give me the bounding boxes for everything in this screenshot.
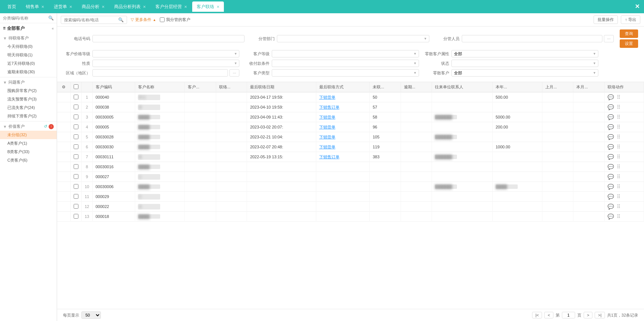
row-checkbox[interactable]	[74, 144, 78, 149]
row-checkbox[interactable]	[74, 124, 78, 129]
row-gear[interactable]	[57, 212, 70, 222]
sparse-customer-select[interactable]: 全部	[451, 69, 598, 77]
first-page-btn[interactable]: |<	[532, 312, 542, 318]
last-contact-method-link[interactable]: 下销货单	[319, 135, 335, 139]
tab-customer-contact[interactable]: 客户联络 ✕	[192, 1, 224, 12]
row-gear[interactable]	[57, 162, 70, 172]
sidebar-item-hoarding-anomaly[interactable]: 囤购异常客户(2)	[0, 87, 57, 95]
export-btn[interactable]: ↑ 导出	[621, 15, 640, 24]
next-page-btn[interactable]: >	[584, 312, 592, 318]
row-gear[interactable]	[57, 102, 70, 112]
row-last-contact-method[interactable]: 下销货单	[316, 142, 370, 152]
phone-input[interactable]	[92, 35, 244, 42]
value-customers-group[interactable]: ▼ 价值客户 ↺ !	[0, 122, 57, 131]
row-checkbox[interactable]	[74, 105, 78, 109]
sidebar-search-input[interactable]	[3, 16, 47, 20]
tab-customer-segment[interactable]: 客户分层经营 ✕	[151, 1, 191, 12]
chat-icon[interactable]: 💬	[608, 124, 614, 130]
my-customers-checkbox[interactable]	[160, 17, 165, 22]
row-gear[interactable]	[57, 92, 70, 102]
grid-action-icon[interactable]: ⠿	[617, 104, 620, 110]
row-last-contact-method[interactable]	[316, 212, 370, 222]
last-contact-method-link[interactable]: 下销货单	[319, 125, 335, 129]
row-checkbox[interactable]	[74, 134, 78, 139]
row-last-contact-method[interactable]	[316, 162, 370, 172]
query-btn[interactable]: 查询	[620, 29, 638, 38]
region-input[interactable]	[92, 69, 228, 77]
grid-action-icon[interactable]: ⠿	[617, 184, 620, 190]
grid-action-icon[interactable]: ⠿	[617, 114, 620, 120]
batch-operations-btn[interactable]: 批量操作	[594, 15, 618, 24]
row-checkbox[interactable]	[74, 194, 78, 199]
row-checkbox[interactable]	[74, 95, 78, 99]
row-checkbox[interactable]	[74, 154, 78, 159]
row-gear[interactable]	[57, 112, 70, 122]
row-checkbox[interactable]	[74, 164, 78, 169]
last-month-column-header[interactable]: 上月...	[542, 82, 573, 92]
row-gear[interactable]	[57, 202, 70, 212]
row-checkbox[interactable]	[74, 214, 78, 219]
last-contact-method-column-header[interactable]: 最后联络方式	[316, 82, 370, 92]
gear-column-header[interactable]: ⚙	[57, 82, 70, 92]
chat-icon[interactable]: 💬	[608, 114, 614, 120]
grid-action-icon[interactable]: ⠿	[617, 204, 620, 209]
close-sales-tab-icon[interactable]: ✕	[41, 5, 44, 9]
my-customers-checkbox-container[interactable]: 我分管的客户	[160, 17, 190, 22]
select-all-checkbox[interactable]	[74, 84, 78, 89]
customer-type-select[interactable]	[272, 69, 419, 77]
page-number-input[interactable]	[562, 312, 575, 318]
not-contacted-column-header[interactable]: 未联...	[370, 82, 401, 92]
filter-search-input[interactable]	[64, 18, 117, 22]
prev-page-btn[interactable]: <	[544, 312, 553, 318]
row-last-contact-method[interactable]: 下销货单	[316, 112, 370, 122]
grid-action-icon[interactable]: ⠿	[617, 94, 620, 100]
grid-action-icon[interactable]: ⠿	[617, 164, 620, 170]
nature-select[interactable]	[92, 60, 239, 67]
row-last-contact-method[interactable]: 下销货单	[316, 132, 370, 142]
row-gear[interactable]	[57, 182, 70, 192]
region-ellipsis-btn[interactable]: ···	[229, 69, 239, 77]
chat-icon[interactable]: 💬	[608, 174, 614, 180]
window-close-icon[interactable]: ✕	[635, 3, 640, 10]
sidebar-item-a-class[interactable]: A类客户(1)	[0, 139, 57, 148]
grid-action-icon[interactable]: ⠿	[617, 214, 620, 219]
this-year-column-header[interactable]: 本年...	[492, 82, 542, 92]
this-month-column-header[interactable]: 本月...	[573, 82, 604, 92]
chat-icon[interactable]: 💬	[608, 134, 614, 140]
row-gear[interactable]	[57, 142, 70, 152]
sidebar-item-b-class[interactable]: B类客户(33)	[0, 148, 57, 156]
last-contact-method-link[interactable]: 下销货单	[319, 145, 335, 149]
tab-sales[interactable]: 销售单 ✕	[21, 1, 49, 12]
sidebar-item-7days-waiting[interactable]: 近7天待联络(0)	[0, 59, 57, 68]
sidebar-search-icon[interactable]: 🔍	[48, 15, 54, 21]
overdue-column-header[interactable]: 逾期...	[401, 82, 432, 92]
sidebar-item-tomorrow-waiting[interactable]: 明天待联络(1)	[0, 51, 57, 59]
grid-action-icon[interactable]: ⠿	[617, 154, 620, 160]
manager-input[interactable]	[462, 35, 602, 42]
price-level-select[interactable]	[92, 50, 239, 57]
last-contact-method-link[interactable]: 下销售订单	[319, 155, 339, 159]
chat-icon[interactable]: 💬	[608, 204, 614, 209]
row-last-contact-method[interactable]: 下销售订单	[316, 102, 370, 112]
per-page-select[interactable]: 50 100	[81, 311, 101, 319]
row-gear[interactable]	[57, 192, 70, 202]
chat-icon[interactable]: 💬	[608, 164, 614, 170]
sidebar-item-overdue-uncontacted[interactable]: 逾期未联络(30)	[0, 68, 57, 76]
grid-action-icon[interactable]: ⠿	[617, 134, 620, 140]
code-column-header[interactable]: 客户编码	[92, 82, 135, 92]
last-page-btn[interactable]: >|	[595, 312, 605, 318]
grid-action-icon[interactable]: ⠿	[617, 174, 620, 180]
filter-search-icon[interactable]: 🔍	[118, 17, 124, 22]
collapse-sidebar-icon[interactable]: «	[52, 27, 54, 31]
type-column-header[interactable]: 客户...	[185, 82, 216, 92]
close-customer-segment-tab-icon[interactable]: ✕	[184, 5, 187, 9]
close-customer-contact-tab-icon[interactable]: ✕	[217, 5, 219, 9]
payment-terms-select[interactable]	[272, 60, 419, 67]
last-contact-date-column-header[interactable]: 最后联络日期	[247, 82, 316, 92]
tab-product-analysis[interactable]: 商品分析 ✕	[77, 1, 109, 12]
sidebar-item-c-class[interactable]: C类客户(6)	[0, 156, 57, 165]
name-column-header[interactable]: 客户名称	[135, 82, 185, 92]
waiting-contact-group[interactable]: ▼ 待联络客户	[0, 34, 57, 42]
sidebar-item-churned[interactable]: 已流失客户(24)	[0, 103, 57, 112]
grid-action-icon[interactable]: ⠿	[617, 144, 620, 150]
